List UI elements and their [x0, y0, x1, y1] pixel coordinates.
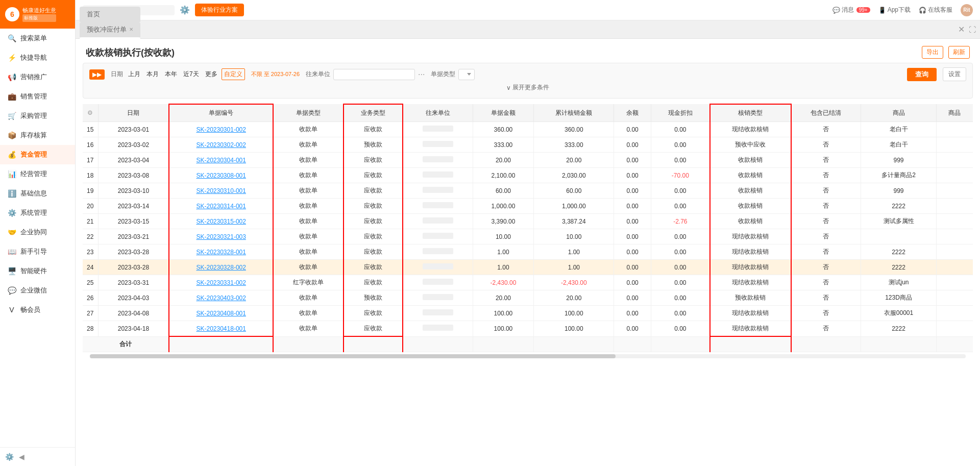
- col-cancel-type[interactable]: 核销类型: [710, 104, 791, 122]
- topbar: 🔍 ⚙️ 体验行业方案 💬 消息 99+ 📱 App下载 🎧 在线客服 Rit: [76, 0, 980, 20]
- topbar-gear-icon[interactable]: ⚙️: [180, 5, 190, 15]
- row-discount: -2.76: [651, 214, 710, 229]
- partner-input[interactable]: [333, 69, 415, 80]
- sidebar-item-新手引导[interactable]: 📖新手引导: [0, 242, 75, 261]
- col-settled[interactable]: 包含已结清: [791, 104, 861, 122]
- filter-expand-button[interactable]: ▶▶: [89, 69, 105, 80]
- custom-date-btn[interactable]: 自定义: [222, 68, 245, 80]
- sidebar-item-企业协同[interactable]: 🤝企业协同: [0, 223, 75, 242]
- collapse-icon[interactable]: ◀: [19, 453, 24, 461]
- sidebar-item-销售管理[interactable]: 💼销售管理: [0, 87, 75, 106]
- bill-no-link[interactable]: SK-20230302-002: [196, 141, 246, 149]
- col-balance[interactable]: 余额: [614, 104, 651, 122]
- table-wrap: ⚙ 日期 单据编号 单据类型 业务类型 往来单位 单据金额 累计核销金额 余额 …: [76, 99, 980, 363]
- row-acc-amount: 20.00: [534, 290, 614, 306]
- this-month-btn[interactable]: 本月: [144, 68, 161, 80]
- more-date-btn[interactable]: 更多: [203, 68, 219, 80]
- bill-no-link[interactable]: SK-20230331-002: [196, 279, 246, 286]
- bill-no-link[interactable]: SK-20230321-003: [196, 233, 246, 240]
- sidebar-bottom[interactable]: ⚙️ ◀: [0, 447, 75, 466]
- sidebar-item-经营管理[interactable]: 📊经营管理: [0, 164, 75, 184]
- bill-no-link[interactable]: SK-20230418-001: [196, 325, 246, 332]
- bill-no-link[interactable]: SK-20230315-002: [196, 218, 246, 225]
- sidebar-item-快捷导航[interactable]: ⚡快捷导航: [0, 48, 75, 67]
- partner-filter: 往来单位 ···: [306, 69, 425, 80]
- row-discount: 0.00: [651, 199, 710, 214]
- row-biz-type: 应收款: [344, 321, 403, 337]
- sidebar-item-基础信息[interactable]: ℹ️基础信息: [0, 184, 75, 203]
- partner-blurred: [423, 217, 453, 224]
- col-date[interactable]: 日期: [98, 104, 169, 122]
- bill-no-link[interactable]: SK-20230310-001: [196, 187, 246, 194]
- row-goods2: [936, 290, 973, 306]
- sidebar-item-企业微信[interactable]: 💬企业微信: [0, 281, 75, 300]
- sidebar-item-资金管理[interactable]: 💰资金管理: [0, 145, 75, 164]
- bill-no-link[interactable]: SK-20230403-002: [196, 295, 246, 302]
- bill-no-link[interactable]: SK-20230408-001: [196, 310, 246, 317]
- bill-no-link[interactable]: SK-20230328-002: [196, 264, 246, 271]
- sidebar-item-畅会员[interactable]: V畅会员: [0, 300, 75, 320]
- bill-no-link[interactable]: SK-20230314-001: [196, 203, 246, 210]
- row-discount: 0.00: [651, 122, 710, 137]
- col-partner[interactable]: 往来单位: [403, 104, 473, 122]
- bill-no-link[interactable]: SK-20230301-002: [196, 126, 246, 133]
- sidebar-item-系统管理[interactable]: ⚙️系统管理: [0, 203, 75, 223]
- col-goods1[interactable]: 商品: [861, 104, 937, 122]
- expand-tab-icon[interactable]: ⛶: [969, 26, 976, 34]
- tab-0[interactable]: 首页: [80, 7, 140, 22]
- user-avatar[interactable]: Rit: [961, 4, 973, 16]
- row-goods2: [936, 306, 973, 321]
- sidebar-item-采购管理[interactable]: 🛒采购管理: [0, 106, 75, 126]
- sidebar-item-智能硬件[interactable]: 🖥️智能硬件: [0, 261, 75, 281]
- close-tab-icon[interactable]: ✕: [958, 24, 965, 34]
- settings-icon[interactable]: ⚙️: [5, 453, 14, 461]
- tab-1[interactable]: 预收冲应付单✕: [80, 22, 140, 37]
- row-bill-no: SK-20230418-001: [169, 321, 273, 337]
- sidebar-icon-13: 💬: [7, 286, 16, 295]
- col-bill-type[interactable]: 单据类型: [273, 104, 344, 122]
- filter-setting-button[interactable]: 设置: [943, 67, 966, 81]
- col-settings[interactable]: ⚙: [83, 104, 98, 122]
- last-7days-btn[interactable]: 近7天: [181, 68, 201, 80]
- sidebar-item-搜索菜单[interactable]: 🔍搜索菜单: [0, 29, 75, 48]
- col-biz-type[interactable]: 业务类型: [344, 104, 403, 122]
- bill-no-link[interactable]: SK-20230304-001: [196, 157, 246, 164]
- col-bill-no[interactable]: 单据编号: [169, 104, 273, 122]
- receipt-type-select[interactable]: [458, 69, 475, 80]
- export-button[interactable]: 导出: [922, 46, 943, 59]
- row-cancel-type: 现结收款核销: [710, 122, 791, 137]
- col-amount[interactable]: 单据金额: [473, 104, 534, 122]
- bill-no-link[interactable]: SK-20230328-001: [196, 249, 246, 256]
- row-discount: 0.00: [651, 244, 710, 260]
- main-table: ⚙ 日期 单据编号 单据类型 业务类型 往来单位 单据金额 累计核销金额 余额 …: [83, 104, 973, 352]
- total-balance: [614, 336, 651, 352]
- row-goods2: [936, 122, 973, 137]
- tab-close-1[interactable]: ✕: [129, 27, 133, 32]
- col-acc-amount[interactable]: 累计核销金额: [534, 104, 614, 122]
- app-download-action[interactable]: 📱 App下载: [878, 6, 911, 14]
- row-biz-type: 应收款: [344, 183, 403, 199]
- expand-more-btn[interactable]: ∨ 展开更多条件: [506, 83, 549, 92]
- partner-dots[interactable]: ···: [418, 70, 425, 79]
- row-bill-no: SK-20230315-002: [169, 214, 273, 229]
- col-discount[interactable]: 现金折扣: [651, 104, 710, 122]
- bill-no-link[interactable]: SK-20230308-001: [196, 172, 246, 179]
- last-month-btn[interactable]: 上月: [126, 68, 142, 80]
- row-balance: 0.00: [614, 153, 651, 168]
- this-year-btn[interactable]: 本年: [163, 68, 179, 80]
- row-balance: 0.00: [614, 244, 651, 260]
- horizontal-scrollbar[interactable]: [83, 352, 973, 358]
- col-goods2[interactable]: 商品: [936, 104, 973, 122]
- sidebar-item-库存核算[interactable]: 📦库存核算: [0, 126, 75, 145]
- message-action[interactable]: 💬 消息 99+: [832, 6, 870, 14]
- sidebar-label-6: 资金管理: [20, 150, 47, 159]
- row-acc-amount: 20.00: [534, 153, 614, 168]
- receipt-type-filter: 单据类型: [431, 69, 475, 80]
- online-service-action[interactable]: 🎧 在线客服: [919, 6, 952, 14]
- row-goods1: 老白干: [861, 122, 937, 137]
- solution-button[interactable]: 体验行业方案: [195, 4, 244, 16]
- row-amount: 3,390.00: [473, 214, 534, 229]
- query-button[interactable]: 查询: [907, 68, 937, 81]
- refresh-button[interactable]: 刷新: [948, 46, 970, 59]
- sidebar-item-营销推广[interactable]: 📢营销推广: [0, 67, 75, 87]
